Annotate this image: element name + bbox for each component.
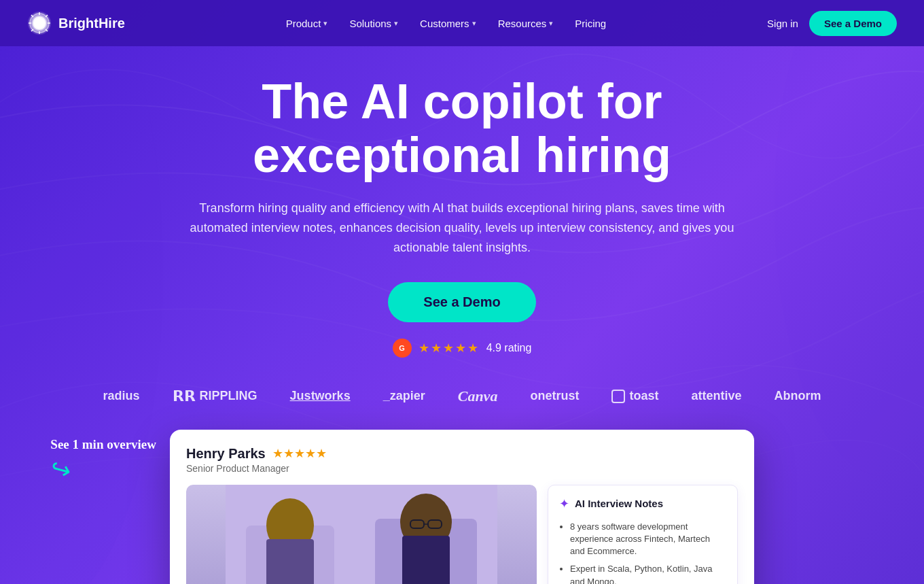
star-rating: ★★★★★ [419,341,480,356]
svg-line-7 [31,15,33,17]
chevron-down-icon: ▾ [549,19,553,28]
chevron-down-icon: ▾ [472,19,476,28]
logo-canva: Canva [458,388,498,405]
svg-rect-16 [266,539,314,584]
overview-label-wrap: See 1 min overview ↩ [50,436,156,485]
logo-rippling: 𝗥𝗥 RIPPLING [173,388,257,405]
demo-section: See 1 min overview ↩ Henry Parks ★★★★★ S… [170,430,754,584]
svg-point-2 [37,20,42,26]
demo-card-header: Henry Parks ★★★★★ Senior Product Manager [186,446,738,474]
g2-badge: G [393,339,412,358]
nav-pricing[interactable]: Pricing [567,12,614,35]
demo-card: Henry Parks ★★★★★ Senior Product Manager [170,430,754,584]
logo-onetrust: onetrust [530,389,579,403]
logo-radius: radius [103,389,140,403]
svg-point-11 [0,0,163,584]
logos-strip: radius 𝗥𝗥 RIPPLING Justworks _zapier Can… [0,388,924,405]
ai-note-item: 8 years software development experience … [570,521,726,558]
logo-abnorm: Abnorm [774,389,821,403]
logo-text: BrightHire [58,16,125,31]
hero-rating: G ★★★★★ 4.9 rating [393,339,532,358]
logo[interactable]: BrightHire [27,11,125,35]
rating-text: 4.9 rating [486,342,532,354]
nav-solutions[interactable]: Solutions ▾ [341,12,406,35]
overview-label: See 1 min overview [50,436,156,453]
sparkle-icon: ✦ [559,496,569,511]
logo-toast: toast [611,389,658,403]
nav-customers[interactable]: Customers ▾ [412,12,484,35]
candidate-name: Henry Parks [186,446,266,462]
candidate-info: Henry Parks ★★★★★ Senior Product Manager [186,446,327,474]
ai-note-item: Expert in Scala, Python, Kotlin, Java an… [570,563,726,584]
ai-notes-panel: ✦ AI Interview Notes 8 years software de… [548,485,738,584]
candidate-stars: ★★★★★ [272,446,327,461]
signin-link[interactable]: Sign in [767,18,798,29]
svg-line-10 [31,29,33,31]
svg-rect-19 [402,536,450,584]
ai-notes-title: AI Interview Notes [575,498,663,509]
nav-links: Product ▾ Solutions ▾ Customers ▾ Resour… [278,12,615,35]
candidate-role: Senior Product Manager [186,463,327,474]
nav-resources[interactable]: Resources ▾ [490,12,562,35]
hero-section: The AI copilot for exceptional hiring Tr… [0,0,924,584]
video-area [186,485,537,584]
logo-attentive: attentive [691,389,741,403]
svg-line-8 [46,29,48,31]
overview-arrow-icon: ↩ [47,453,74,486]
demo-card-body: ✦ AI Interview Notes 8 years software de… [186,485,738,584]
nav-actions: Sign in See a Demo [767,11,897,36]
video-placeholder [186,485,537,584]
chevron-down-icon: ▾ [394,19,398,28]
nav-product[interactable]: Product ▾ [278,12,336,35]
hero-cta-button[interactable]: See a Demo [388,282,535,322]
logo-justworks: Justworks [290,389,351,403]
chevron-down-icon: ▾ [323,19,327,28]
logo-icon [27,11,52,35]
navigation: BrightHire Product ▾ Solutions ▾ Custome… [0,0,924,46]
hero-cta-wrap: See a Demo [388,282,535,322]
hero-title: The AI copilot for exceptional hiring [253,75,671,182]
hero-subtitle: Transform hiring quality and efficiency … [183,199,741,257]
ai-notes-header: ✦ AI Interview Notes [559,496,726,511]
logo-zapier: _zapier [383,389,425,403]
svg-line-9 [46,15,48,17]
ai-notes-list: 8 years software development experience … [559,521,726,584]
nav-cta-button[interactable]: See a Demo [809,11,897,36]
